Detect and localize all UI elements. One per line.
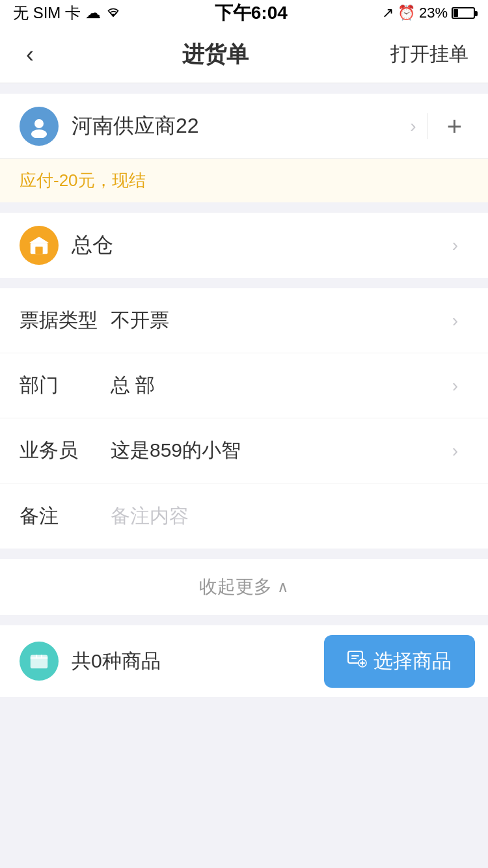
- svg-point-0: [34, 119, 44, 128]
- supplier-name: 河南供应商22: [72, 112, 410, 141]
- warehouse-name: 总仓: [72, 231, 452, 260]
- note-label: 备注: [20, 503, 104, 530]
- note-row[interactable]: 备注 备注内容: [0, 483, 488, 549]
- select-product-button[interactable]: 选择商品: [324, 635, 475, 688]
- page-title: 进货单: [182, 40, 249, 70]
- select-product-icon: [347, 651, 367, 672]
- supplier-divider: [427, 113, 427, 139]
- svg-point-1: [31, 129, 47, 138]
- back-button[interactable]: ‹: [20, 34, 40, 75]
- add-supplier-button[interactable]: +: [441, 113, 468, 139]
- wifi-icon: [106, 4, 120, 22]
- supplier-chevron-icon: ›: [410, 116, 416, 137]
- section-gap-1: [0, 83, 488, 94]
- supplier-row[interactable]: 河南供应商22 › +: [0, 94, 488, 159]
- products-section: 共0种商品 选择商品: [0, 625, 488, 697]
- product-icon: [20, 642, 59, 681]
- svg-rect-5: [31, 655, 47, 669]
- form-section: 票据类型 不开票 › 部门 总 部 › 业务员 这是859的小智 › 备注 备注…: [0, 288, 488, 549]
- collapse-row[interactable]: 收起更多 ∧: [0, 559, 488, 615]
- battery-icon: [452, 7, 475, 19]
- svg-marker-3: [29, 237, 49, 243]
- warehouse-row[interactable]: 总仓 ›: [0, 213, 488, 278]
- warehouse-chevron-icon: ›: [452, 235, 458, 256]
- status-bar: 无 SIM 卡 ☁ 下午6:04 ↗ ⏰ 23%: [0, 0, 488, 26]
- collapse-label: 收起更多: [199, 575, 272, 599]
- ticket-type-value: 不开票: [104, 307, 452, 334]
- supplier-avatar: [20, 107, 59, 146]
- ticket-type-chevron-icon: ›: [452, 310, 458, 331]
- note-input[interactable]: 备注内容: [104, 503, 468, 530]
- department-chevron-icon: ›: [452, 375, 458, 396]
- status-right: ↗ ⏰ 23%: [382, 5, 475, 21]
- salesperson-label: 业务员: [20, 437, 104, 464]
- open-pending-button[interactable]: 打开挂单: [390, 41, 468, 68]
- alarm-icon: ⏰: [398, 5, 415, 21]
- department-value: 总 部: [104, 372, 452, 399]
- salesperson-value: 这是859的小智: [104, 437, 452, 464]
- select-product-label: 选择商品: [373, 648, 452, 675]
- collapse-arrow-icon: ∧: [277, 578, 289, 596]
- battery-percentage: 23%: [419, 5, 448, 21]
- ticket-type-row[interactable]: 票据类型 不开票 ›: [0, 288, 488, 353]
- product-count-label: 共0种商品: [72, 648, 324, 675]
- sim-label: 无 SIM 卡 ☁: [13, 3, 101, 23]
- salesperson-row[interactable]: 业务员 这是859的小智 ›: [0, 418, 488, 483]
- status-left: 无 SIM 卡 ☁: [13, 3, 120, 23]
- nav-bar: ‹ 进货单 打开挂单: [0, 26, 488, 83]
- status-time: 下午6:04: [215, 1, 288, 25]
- warehouse-section: 总仓 ›: [0, 213, 488, 278]
- department-row[interactable]: 部门 总 部 ›: [0, 353, 488, 418]
- ticket-type-label: 票据类型: [20, 307, 104, 334]
- department-label: 部门: [20, 372, 104, 399]
- location-icon: ↗: [382, 5, 394, 21]
- page-background: [0, 697, 488, 868]
- supplier-notice: 应付-20元，现结: [0, 159, 488, 202]
- supplier-section: 河南供应商22 › + 应付-20元，现结: [0, 94, 488, 202]
- warehouse-icon: [20, 226, 59, 265]
- salesperson-chevron-icon: ›: [452, 441, 458, 461]
- svg-rect-4: [35, 247, 42, 254]
